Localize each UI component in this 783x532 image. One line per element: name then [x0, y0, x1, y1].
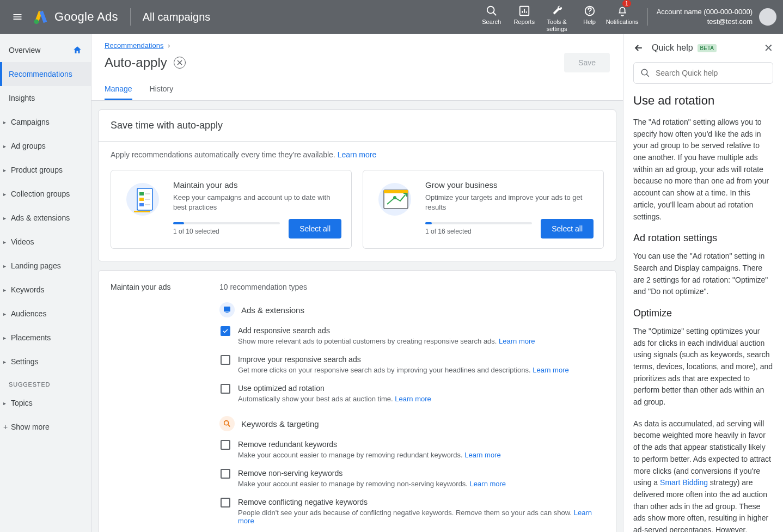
keywords-targeting-icon: [219, 416, 235, 431]
rec-item-desc: People didn't see your ads because of co…: [238, 509, 604, 525]
back-icon[interactable]: [633, 42, 644, 53]
tab-manage[interactable]: Manage: [105, 79, 132, 100]
checkbox[interactable]: [221, 355, 230, 365]
learn-more-link[interactable]: Learn more: [470, 480, 506, 488]
quick-help-panel: Quick help BETA ✕ Use ad rotation The "A…: [623, 34, 783, 532]
sidebar-item-landing-pages[interactable]: ▸Landing pages: [0, 254, 91, 278]
chevron-right-icon: ▸: [3, 143, 11, 149]
avatar[interactable]: [759, 8, 776, 26]
learn-more-link[interactable]: Learn more: [499, 337, 535, 345]
sidebar-item-keywords[interactable]: ▸Keywords: [0, 278, 91, 302]
tools-settings-tool[interactable]: Tools & settings: [541, 1, 573, 33]
learn-more-link[interactable]: Learn more: [395, 395, 431, 403]
maintain-ads-illustration: [121, 180, 164, 218]
learn-more-link[interactable]: Learn more: [338, 150, 377, 159]
help-tool[interactable]: Help: [573, 1, 606, 26]
rec-item: Use optimized ad rotationAutomatically s…: [219, 384, 604, 403]
rec-group-title: Ads & extensions: [241, 305, 304, 315]
sidebar-item-insights[interactable]: Insights: [0, 86, 91, 110]
svg-point-0: [34, 19, 39, 24]
select-all-button[interactable]: Select all: [541, 219, 594, 239]
account-info[interactable]: Account name (000-000-0000) test@test.co…: [657, 7, 753, 27]
chevron-right-icon: ▸: [3, 335, 11, 341]
header-title: All campaigns: [143, 11, 475, 23]
svg-rect-7: [139, 198, 144, 201]
smart-bidding-link[interactable]: Smart Bidding: [660, 478, 708, 487]
chevron-right-icon: ›: [168, 41, 170, 50]
tabs: Manage History: [105, 79, 610, 100]
help-search-input[interactable]: [656, 69, 766, 77]
logo[interactable]: Google Ads: [33, 9, 118, 25]
sidebar-item-product-groups[interactable]: ▸Product groups: [0, 158, 91, 182]
checkbox[interactable]: [221, 469, 230, 479]
close-icon[interactable]: ✕: [764, 41, 773, 54]
checkbox[interactable]: [221, 440, 230, 450]
sidebar-item-ad-groups[interactable]: ▸Ad groups: [0, 134, 91, 158]
svg-point-1: [487, 7, 494, 14]
chevron-right-icon: ▸: [3, 400, 11, 406]
rec-group-ads-extensions: Ads & extensions Add responsive search a…: [219, 302, 604, 403]
sidebar-item-recommendations[interactable]: Recommendations: [0, 62, 91, 86]
checkbox[interactable]: [221, 384, 230, 394]
account-name: Account name (000-000-0000): [657, 7, 753, 17]
svg-rect-9: [134, 211, 150, 212]
rec-group-title: Keywords & targeting: [241, 419, 319, 429]
learn-more-link[interactable]: Learn more: [464, 451, 500, 459]
sidebar-item-overview[interactable]: Overview: [0, 38, 91, 62]
help-paragraph: The "Optimize" setting optimizes your ad…: [633, 326, 773, 408]
progress-text: 1 of 16 selected: [425, 228, 532, 235]
page-header: Recommendations › Auto-apply Save Manage…: [91, 34, 623, 101]
search-icon: [485, 4, 498, 17]
help-body[interactable]: Use ad rotation The "Ad rotation" settin…: [623, 94, 783, 532]
progress-bar: [173, 222, 280, 224]
rec-item: Remove conflicting negative keywordsPeop…: [219, 498, 604, 525]
notifications-tool[interactable]: 1 Notifications: [606, 1, 639, 26]
breadcrumb: Recommendations ›: [105, 41, 610, 50]
sidebar-item-audiences[interactable]: ▸Audiences: [0, 302, 91, 326]
option-maintain-ads: Maintain your ads Keep your campaigns an…: [111, 170, 352, 249]
breadcrumb-link[interactable]: Recommendations: [105, 41, 163, 50]
sidebar-item-topics[interactable]: ▸Topics: [0, 391, 91, 415]
checkbox[interactable]: [221, 326, 230, 336]
chevron-right-icon: ▸: [3, 191, 11, 197]
details-card: Maintain your ads 10 recommendation type…: [98, 270, 616, 532]
progress-text: 1 of 10 selected: [173, 228, 280, 235]
menu-icon[interactable]: [7, 6, 28, 28]
select-all-button[interactable]: Select all: [289, 219, 341, 239]
chevron-right-icon: ▸: [3, 359, 11, 365]
intro-card: Save time with auto-apply Apply recommen…: [98, 109, 616, 261]
progress-bar: [425, 222, 532, 224]
sidebar-item-placements[interactable]: ▸Placements: [0, 326, 91, 350]
header-tools: Search Reports Tools & settings Help 1 N…: [475, 1, 639, 33]
reports-icon: [518, 4, 531, 17]
sidebar-item-videos[interactable]: ▸Videos: [0, 230, 91, 254]
sidebar-heading-suggested: SUGGESTED: [0, 374, 91, 391]
sidebar-item-show-more[interactable]: +Show more: [0, 415, 91, 439]
sidebar-item-campaigns[interactable]: ▸Campaigns: [0, 110, 91, 134]
sidebar-item-collection-groups[interactable]: ▸Collection groups: [0, 182, 91, 206]
help-article-title: Use ad rotation: [633, 94, 773, 108]
sidebar-item-ads-extensions[interactable]: ▸Ads & extensions: [0, 206, 91, 230]
help-search[interactable]: [633, 62, 773, 84]
rec-item: Remove redundant keywordsMake your accou…: [219, 440, 604, 459]
tab-history[interactable]: History: [150, 79, 174, 100]
checkbox[interactable]: [221, 498, 230, 507]
close-icon[interactable]: [174, 57, 186, 69]
beta-badge: BETA: [698, 44, 717, 52]
divider: [647, 8, 648, 26]
search-tool[interactable]: Search: [475, 1, 508, 26]
main-content: Recommendations › Auto-apply Save Manage…: [91, 34, 623, 532]
help-paragraph: The "Ad rotation" setting allows you to …: [633, 117, 773, 223]
rec-item: Add responsive search adsShow more relev…: [219, 326, 604, 345]
divider: [130, 8, 131, 26]
logo-text-bold: Google: [54, 10, 94, 23]
svg-point-13: [393, 196, 396, 199]
save-button[interactable]: Save: [564, 53, 610, 72]
chevron-right-icon: ▸: [3, 239, 11, 245]
sidebar-item-settings[interactable]: ▸Settings: [0, 350, 91, 374]
option-title: Grow your business: [425, 180, 594, 189]
intro-heading: Save time with auto-apply: [99, 110, 616, 142]
learn-more-link[interactable]: Learn more: [533, 366, 568, 374]
reports-tool[interactable]: Reports: [508, 1, 541, 26]
chevron-right-icon: ▸: [3, 167, 11, 173]
